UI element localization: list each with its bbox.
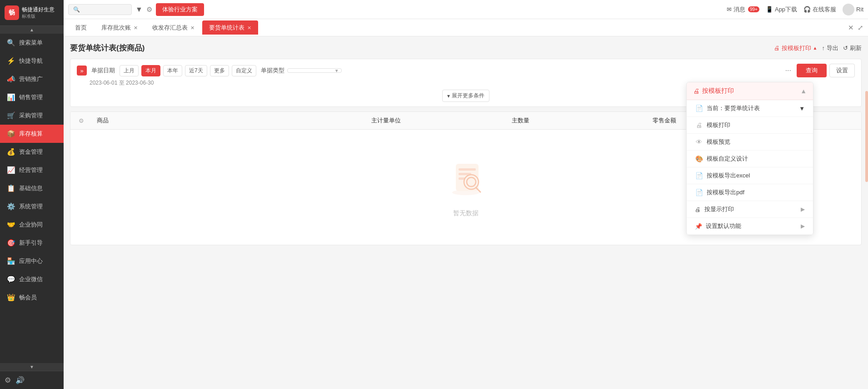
dropdown-current-item[interactable]: 📄 当前：要货单统计表 ▼	[687, 100, 813, 117]
set-default-left: 📌 设置默认功能	[695, 222, 741, 230]
sidebar-item-inventory[interactable]: 📦 库存核算	[0, 125, 64, 143]
type-label: 单据类型	[261, 66, 284, 75]
sidebar-item-operations[interactable]: 📈 经营管理	[0, 161, 64, 179]
dropdown-item-template-preview[interactable]: 👁 模板预览	[687, 134, 813, 151]
messages-button[interactable]: ✉ 消息 99+	[727, 5, 759, 14]
window-controls: ✕ ⤢	[848, 24, 863, 32]
display-print-chevron-icon: ▶	[801, 206, 805, 212]
dropdown-item-template-design[interactable]: 🎨 模板自定义设计	[687, 151, 813, 167]
dropdown-item-set-default[interactable]: 📌 设置默认功能 ▶	[687, 218, 813, 235]
tab-close-receipt-summary[interactable]: ✕	[190, 25, 195, 31]
date-btn-current-month[interactable]: 本月	[141, 65, 160, 76]
date-btn-prev-month[interactable]: 上月	[120, 65, 139, 76]
headset-icon: 🎧	[803, 6, 811, 13]
sidebar-scroll-down[interactable]: ▼	[0, 363, 64, 371]
corp-icon: 🤝	[6, 221, 15, 229]
sidebar-item-finance[interactable]: 💰 资金管理	[0, 143, 64, 161]
expand-more-button[interactable]: ▾ 展开更多条件	[442, 90, 489, 102]
empty-text: 暂无数据	[453, 209, 479, 217]
speaker-icon[interactable]: 🔊	[15, 376, 25, 384]
tab-home[interactable]: 首页	[68, 20, 94, 35]
sidebar-item-marketing[interactable]: 📣 营销推广	[0, 70, 64, 88]
expand-icon: »	[80, 67, 83, 74]
inventory-icon: 📦	[6, 130, 15, 138]
refresh-button[interactable]: ↺ 刷新	[843, 44, 862, 52]
template-print-dropdown: 🖨 按模板打印 ▲ 📄 当前：要货单统计表 ▼ 🖨 模板打印 👁	[686, 82, 813, 235]
user-avatar-area[interactable]: Rit	[843, 4, 863, 15]
sidebar-item-guide[interactable]: 🎯 新手引导	[0, 234, 64, 252]
template-pdf-icon: 📄	[695, 189, 703, 196]
sidebar-item-search[interactable]: 🔍 搜索菜单	[0, 34, 64, 52]
sidebar-item-appstore[interactable]: 🏪 应用中心	[0, 252, 64, 270]
template-print-button[interactable]: 🖨 按模板打印 ▲	[774, 44, 818, 52]
export-icon: ↑	[822, 45, 825, 51]
sidebar-nav: 🔍 搜索菜单 ⚡ 快捷导航 📣 营销推广 📊 销售管理 🛒 采购管理 📦 库存核…	[0, 34, 64, 363]
dropdown-item-template-excel[interactable]: 📄 按模板导出excel	[687, 167, 813, 184]
template-excel-icon: 📄	[695, 172, 703, 179]
online-service-button[interactable]: 🎧 在线客服	[803, 5, 836, 14]
svg-rect-2	[459, 168, 476, 171]
topbar-gear-icon[interactable]: ⚙	[146, 5, 152, 14]
maximize-window-icon[interactable]: ⤢	[858, 24, 863, 32]
date-label: 单据日期	[91, 66, 115, 75]
close-window-icon[interactable]: ✕	[848, 24, 854, 32]
message-icon: ✉	[727, 6, 732, 13]
filter-expand-button[interactable]: »	[77, 66, 87, 76]
sidebar-item-wechat[interactable]: 💬 企业微信	[0, 270, 64, 288]
sales-icon: 📊	[6, 93, 15, 101]
sidebar-item-purchase[interactable]: 🛒 采购管理	[0, 106, 64, 125]
dropdown-item-template-pdf[interactable]: 📄 按模板导出pdf	[687, 184, 813, 201]
query-button[interactable]: 查询	[797, 64, 827, 77]
current-item-chevron-icon: ▼	[799, 105, 805, 112]
member-icon: 👑	[6, 293, 15, 302]
topbar-dropdown-icon[interactable]: ▼	[135, 5, 143, 14]
user-avatar	[843, 4, 854, 15]
sidebar-item-corp[interactable]: 🤝 企业协同	[0, 216, 64, 234]
lightning-icon: ⚡	[6, 57, 15, 65]
tab-order-stats[interactable]: 要货单统计表 ✕	[202, 20, 258, 35]
tab-close-inventory-batch[interactable]: ✕	[134, 25, 138, 31]
app-download-button[interactable]: 📱 App下载	[766, 5, 797, 14]
topbar-search-box[interactable]: 🔍	[68, 4, 132, 15]
settings-icon[interactable]: ⚙	[5, 376, 11, 384]
sidebar-item-system[interactable]: ⚙️ 系统管理	[0, 197, 64, 216]
sidebar-item-basics[interactable]: 📋 基础信息	[0, 179, 64, 197]
sidebar-item-member[interactable]: 👑 畅会员	[0, 288, 64, 307]
th-product: 商品	[93, 112, 368, 129]
settings-gear-icon[interactable]: ⚙	[79, 117, 84, 124]
sidebar-logo: 畅 畅捷通好生意 标准版	[0, 0, 64, 26]
type-select[interactable]	[287, 68, 342, 73]
filter-settings-button[interactable]: 设置	[829, 64, 855, 77]
refresh-icon: ↺	[843, 45, 848, 51]
current-item-icon: 📄	[695, 105, 703, 112]
search-icon: 🔍	[6, 39, 15, 47]
right-scrollbar[interactable]	[865, 91, 868, 182]
dropdown-item-display-print[interactable]: 🖨 按显示打印 ▶	[687, 201, 813, 218]
sidebar-item-sales[interactable]: 📊 销售管理	[0, 88, 64, 106]
template-print-menu-icon: 🖨	[695, 121, 703, 129]
tab-receipt-summary[interactable]: 收发存汇总表 ✕	[145, 20, 201, 35]
industry-solution-button[interactable]: 体验行业方案	[156, 3, 204, 16]
tab-close-order-stats[interactable]: ✕	[247, 25, 251, 31]
date-btn-more[interactable]: 更多	[210, 65, 229, 76]
date-btn-last-7days[interactable]: 近7天	[185, 65, 207, 76]
topbar-right: ✉ 消息 99+ 📱 App下载 🎧 在线客服 Rit	[727, 4, 863, 15]
wechat-icon: 💬	[6, 275, 15, 283]
chevron-down-icon: ▾	[447, 93, 450, 99]
chevron-up-icon: ▲	[813, 45, 818, 51]
finance-icon: 💰	[6, 148, 15, 156]
printer-icon: 🖨	[774, 45, 780, 51]
sidebar-item-quick-nav[interactable]: ⚡ 快捷导航	[0, 52, 64, 70]
dropdown-collapse-icon[interactable]: ▲	[800, 87, 807, 95]
tab-inventory-batch[interactable]: 库存批次账 ✕	[95, 20, 145, 35]
more-options-button[interactable]: ···	[783, 65, 794, 76]
th-qty: 主数量	[508, 112, 649, 129]
date-btn-current-year[interactable]: 本年	[163, 65, 182, 76]
date-btn-custom[interactable]: 自定义	[232, 65, 256, 76]
system-icon: ⚙️	[6, 202, 15, 211]
dropdown-item-template-print[interactable]: 🖨 模板打印	[687, 117, 813, 134]
export-button[interactable]: ↑ 导出	[822, 44, 839, 52]
guide-icon: 🎯	[6, 239, 15, 247]
sidebar-scroll-up[interactable]: ▲	[0, 26, 64, 34]
th-unit: 主计量单位	[368, 112, 509, 129]
